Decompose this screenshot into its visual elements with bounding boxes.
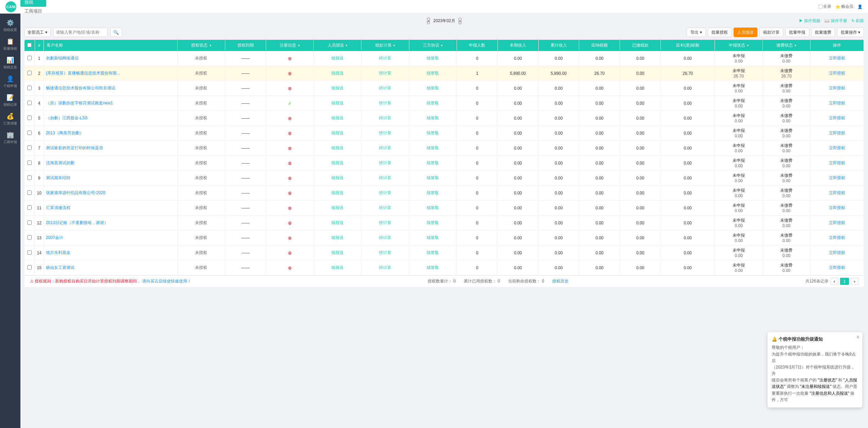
prev-page-btn[interactable]: ‹ <box>831 278 838 285</box>
action-link[interactable]: 立即授权 <box>829 160 845 165</box>
customer-name-link[interactable]: 测试账套的凭证打印的时候是否 <box>46 145 103 150</box>
tax-calc-link[interactable]: 待计算 <box>379 145 391 150</box>
action-link[interactable]: 立即授权 <box>829 220 845 225</box>
notification-close-btn[interactable]: × <box>856 334 859 340</box>
customer-name-link[interactable]: （勿删）江西股金-LSS <box>46 116 88 120</box>
customer-name-link[interactable]: 畅捷通信息技术股份有限公司民非测试 <box>46 86 115 90</box>
tax-calc-link[interactable]: 待计算 <box>379 265 391 270</box>
personal-report-link[interactable]: 续报送 <box>331 175 344 180</box>
action-link[interactable]: 立即授权 <box>829 116 845 120</box>
customer-name-link[interactable]: 沈海英测试勿删 <box>46 160 75 165</box>
row-checkbox[interactable] <box>27 116 32 120</box>
sidebar-item-批量报税[interactable]: 📋批量报税 <box>1 35 19 54</box>
row-checkbox[interactable] <box>27 190 32 195</box>
action-link[interactable]: 立即授权 <box>829 86 845 90</box>
operation-video-link[interactable]: ▶ 操作视频 <box>799 18 820 24</box>
triparty-link[interactable]: 续签取 <box>427 71 439 75</box>
refresh-btn[interactable]: ↻ 刷新 <box>851 18 864 24</box>
sidebar-item-报税设置[interactable]: ⚙️报税设置 <box>1 16 19 35</box>
customer-name-link[interactable]: 2007会计 <box>46 235 63 240</box>
report-status-header[interactable]: 申报状态 ▾ <box>715 40 763 51</box>
triparty-link[interactable]: 续签取 <box>427 101 439 105</box>
personal-report-header[interactable]: 人员报送 ▾ <box>314 40 361 51</box>
personal-report-link[interactable]: 续报送 <box>331 220 344 225</box>
personal-report-link[interactable]: 续报送 <box>331 250 344 255</box>
tax-calc-link[interactable]: 待计算 <box>379 250 391 255</box>
personal-report-link[interactable]: 续报送 <box>331 160 344 165</box>
row-checkbox[interactable] <box>27 235 32 240</box>
personal-report-link[interactable]: 续报送 <box>331 190 344 195</box>
personal-report-link[interactable]: 续报送 <box>331 56 344 61</box>
customer-name-link[interactable]: 2013日记账（不要删除哈，谢谢） <box>46 220 108 225</box>
row-checkbox[interactable] <box>27 86 32 90</box>
row-checkbox[interactable] <box>27 131 32 135</box>
personal-report-link[interactable]: 续报送 <box>331 116 344 120</box>
warning-link[interactable]: 请向买云后续使快速使用！ <box>142 279 191 284</box>
triparty-link[interactable]: 续签取 <box>427 56 439 61</box>
tax-calc-link[interactable]: 待计算 <box>379 131 391 135</box>
reg-info-header[interactable]: 注册信息 ▾ <box>266 40 313 51</box>
tax-calc-link[interactable]: 待计算 <box>379 71 391 75</box>
tax-calc-link[interactable]: 待计算 <box>379 205 391 210</box>
customer-name-link[interactable]: 张家港厚源针织品有限公司-2020 <box>46 190 105 195</box>
nav-item-报税[interactable]: 报税 <box>20 0 46 7</box>
personal-report-link[interactable]: 续报送 <box>331 205 344 210</box>
action-link[interactable]: 立即授权 <box>829 71 845 75</box>
prev-month-btn[interactable]: ‹ <box>427 18 430 24</box>
export-btn[interactable]: 导出 ▾ <box>687 28 705 37</box>
action-link[interactable]: 立即授权 <box>829 145 845 150</box>
personal-report-link[interactable]: 续报送 <box>331 235 344 240</box>
auth-status-header[interactable]: 授权状态 ▾ <box>177 40 225 51</box>
action-link[interactable]: 立即授权 <box>829 190 845 195</box>
triparty-link[interactable]: 续签取 <box>427 175 439 180</box>
customer-name-link[interactable]: 勿删新锐网络通信 <box>46 56 79 61</box>
row-checkbox[interactable] <box>27 265 32 270</box>
tax-calc-link[interactable]: 待计算 <box>379 190 391 195</box>
personal-report-btn[interactable]: 人员报送 <box>734 28 757 37</box>
row-checkbox[interactable] <box>27 56 32 60</box>
tax-calc-link[interactable]: 待计算 <box>379 56 391 61</box>
customer-name-link[interactable]: 汇算清缴流程 <box>46 205 70 210</box>
action-link[interactable]: 立即授权 <box>829 205 845 210</box>
row-checkbox[interactable] <box>27 71 32 75</box>
tax-calc-btn[interactable]: 税款计算 <box>759 28 783 37</box>
tax-calc-header[interactable]: 税款计算 ▾ <box>361 40 409 51</box>
select-all-checkbox[interactable] <box>27 43 32 47</box>
personal-report-link[interactable]: 续报送 <box>331 101 344 105</box>
row-checkbox[interactable] <box>27 175 32 180</box>
page-1-btn[interactable]: 1 <box>840 278 849 285</box>
action-link[interactable]: 立即授权 <box>829 265 845 270</box>
batch-fee-btn[interactable]: 批量缴费 <box>811 28 835 37</box>
triparty-link[interactable]: 续签取 <box>427 131 439 135</box>
customer-name-link[interactable]: 测试期末结转 <box>46 175 70 180</box>
triparty-header[interactable]: 三方协议 ▾ <box>409 40 457 51</box>
tax-calc-link[interactable]: 待计算 <box>379 86 391 90</box>
personal-report-link[interactable]: 续报送 <box>331 131 344 135</box>
tax-calc-link[interactable]: 待计算 <box>379 220 391 225</box>
triparty-link[interactable]: 续签取 <box>427 86 439 90</box>
triparty-link[interactable]: 续签取 <box>427 265 439 270</box>
action-link[interactable]: 立即授权 <box>829 131 845 135</box>
sidebar-item-汇算清缴[interactable]: 💰汇算清缴 <box>1 110 19 129</box>
customer-name-link[interactable]: 地方水利基金 <box>46 250 70 255</box>
next-page-btn[interactable]: › <box>851 278 858 285</box>
personal-report-link[interactable]: 续报送 <box>331 86 344 90</box>
user-icon[interactable]: 👤 <box>857 4 863 9</box>
sidebar-item-工商年报[interactable]: 🏢工商年报 <box>1 129 19 147</box>
triparty-link[interactable]: 续签取 <box>427 160 439 165</box>
sidebar-item-报税记录[interactable]: 📝报税记录 <box>1 91 19 110</box>
row-checkbox[interactable] <box>27 160 32 165</box>
row-checkbox[interactable] <box>27 205 32 210</box>
triparty-link[interactable]: 续签取 <box>427 250 439 255</box>
batch-report-btn[interactable]: 批量申报 <box>785 28 809 37</box>
tax-calc-link[interactable]: 待计算 <box>379 235 391 240</box>
customer-name-link[interactable]: 杨仙女工资测试 <box>46 265 75 270</box>
triparty-link[interactable]: 续签取 <box>427 235 439 240</box>
row-checkbox[interactable] <box>27 220 32 225</box>
triparty-link[interactable]: 续签取 <box>427 220 439 225</box>
tax-calc-link[interactable]: 待计算 <box>379 101 391 105</box>
batch-op-btn[interactable]: 批量操作 ▾ <box>837 28 864 37</box>
customer-name-link[interactable]: (库存核算）直播畅通信息技术股份有限... <box>46 71 120 75</box>
triparty-link[interactable]: 续签取 <box>427 116 439 120</box>
row-checkbox[interactable] <box>27 145 32 150</box>
